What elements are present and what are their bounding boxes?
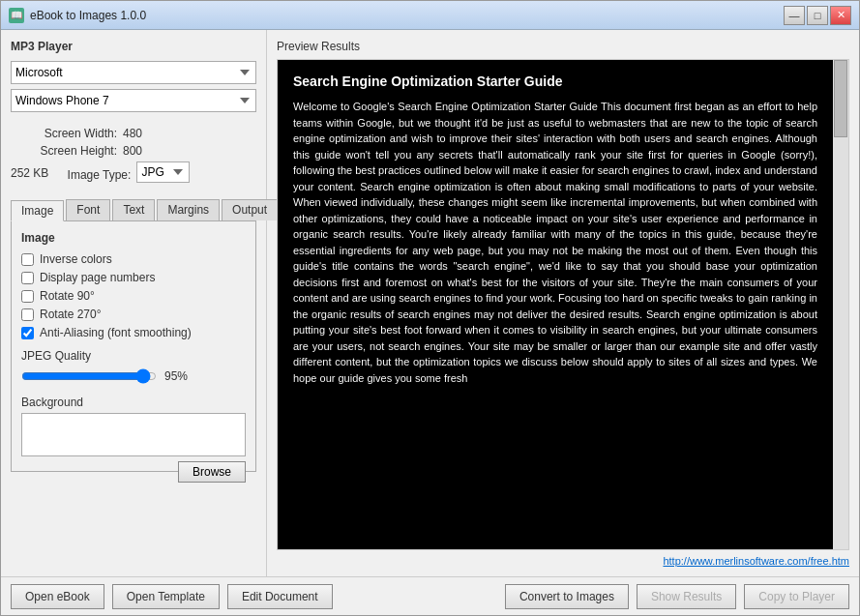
mp3-section-label: MP3 Player — [11, 40, 256, 53]
tabs-container: Image Font Text Margins Output Image Inv… — [11, 199, 256, 483]
close-button[interactable]: ✕ — [830, 6, 851, 25]
image-type-row: 252 KB Image Type: JPG PNG BMP — [11, 161, 256, 188]
bottom-bar: Open eBook Open Template Edit Document C… — [1, 576, 859, 615]
mp3-player-section: MP3 Player Microsoft Zune Windows Phone … — [11, 40, 256, 117]
tab-margins[interactable]: Margins — [157, 199, 220, 220]
tab-font[interactable]: Font — [66, 199, 110, 220]
right-panel: Preview Results Search Engine Optimizati… — [267, 30, 859, 576]
device-select[interactable]: Windows Phone 7 Windows Phone 8 — [11, 89, 256, 112]
main-window: 📖 eBook to Images 1.0.0 — □ ✕ MP3 Player… — [0, 0, 860, 616]
screen-height-row: Screen Height: 800 — [11, 144, 256, 158]
window-title: eBook to Images 1.0.0 — [30, 9, 784, 22]
inverse-colors-label: Inverse colors — [40, 252, 112, 266]
left-panel: MP3 Player Microsoft Zune Windows Phone … — [1, 30, 267, 576]
screen-width-value: 480 — [123, 127, 142, 140]
image-type-label: Image Type: — [58, 168, 131, 182]
tab-content-image: Image Inverse colors Display page number… — [11, 221, 256, 472]
mp3-player-select[interactable]: Microsoft Zune — [11, 61, 256, 84]
tab-image[interactable]: Image — [11, 200, 64, 221]
rotate90-label: Rotate 90° — [40, 289, 95, 303]
preview-title: Search Engine Optimization Starter Guide — [293, 73, 817, 89]
image-section-label: Image — [21, 231, 246, 245]
quality-slider-row: 95% — [21, 367, 246, 386]
quality-slider[interactable] — [21, 367, 157, 386]
checkbox-rotate90: Rotate 90° — [21, 289, 246, 303]
main-content: MP3 Player Microsoft Zune Windows Phone … — [1, 30, 859, 576]
rotate270-checkbox[interactable] — [21, 308, 34, 321]
app-icon: 📖 — [9, 8, 24, 23]
tabs-header: Image Font Text Margins Output — [11, 199, 256, 221]
preview-label: Preview Results — [277, 40, 849, 53]
browse-button[interactable]: Browse — [178, 461, 246, 483]
screen-width-label: Screen Width: — [11, 127, 117, 140]
file-size: 252 KB — [11, 166, 48, 180]
preview-scrollbar[interactable] — [833, 60, 848, 549]
page-numbers-checkbox[interactable] — [21, 272, 34, 284]
background-section: Background Browse — [21, 396, 246, 456]
antialiasing-checkbox[interactable] — [21, 327, 34, 339]
background-label: Background — [21, 396, 246, 409]
show-results-button[interactable]: Show Results — [637, 584, 736, 609]
rotate270-label: Rotate 270° — [40, 308, 102, 321]
scrollbar-thumb[interactable] — [834, 60, 847, 137]
screen-height-value: 800 — [123, 144, 142, 158]
checkbox-rotate270: Rotate 270° — [21, 308, 246, 321]
open-template-button[interactable]: Open Template — [112, 584, 220, 609]
footer-link[interactable]: http://www.merlinsoftware.com/free.htm — [663, 555, 849, 567]
jpeg-quality-label: JPEG Quality — [21, 349, 246, 363]
edit-document-button[interactable]: Edit Document — [227, 584, 333, 609]
jpeg-quality-section: JPEG Quality 95% — [21, 349, 246, 386]
checkbox-inverse-colors: Inverse colors — [21, 252, 246, 266]
rotate90-checkbox[interactable] — [21, 290, 34, 303]
checkbox-antialiasing: Anti-Aliasing (font smoothing) — [21, 326, 246, 339]
tab-text[interactable]: Text — [112, 199, 155, 220]
antialiasing-label: Anti-Aliasing (font smoothing) — [40, 326, 192, 339]
preview-text: Welcome to Google's Search Engine Optimi… — [293, 99, 817, 386]
open-ebook-button[interactable]: Open eBook — [11, 584, 104, 609]
page-numbers-label: Display page numbers — [40, 271, 155, 284]
screen-height-label: Screen Height: — [11, 144, 117, 158]
footer-link-container: http://www.merlinsoftware.com/free.htm — [277, 555, 849, 567]
copy-to-player-button[interactable]: Copy to Player — [744, 584, 849, 609]
inverse-colors-checkbox[interactable] — [21, 253, 34, 266]
background-input[interactable] — [21, 413, 246, 456]
window-controls: — □ ✕ — [784, 6, 851, 25]
checkbox-page-numbers: Display page numbers — [21, 271, 246, 284]
screen-width-row: Screen Width: 480 — [11, 127, 256, 140]
image-type-select[interactable]: JPG PNG BMP — [136, 161, 190, 183]
convert-to-images-button[interactable]: Convert to Images — [505, 584, 629, 609]
preview-content: Search Engine Optimization Starter Guide… — [278, 60, 833, 549]
minimize-button[interactable]: — — [784, 6, 805, 25]
preview-area: Search Engine Optimization Starter Guide… — [277, 59, 849, 550]
maximize-button[interactable]: □ — [807, 6, 828, 25]
screen-settings: Screen Width: 480 Screen Height: 800 252… — [11, 127, 256, 191]
quality-value: 95% — [164, 369, 188, 383]
title-bar: 📖 eBook to Images 1.0.0 — □ ✕ — [1, 1, 859, 30]
